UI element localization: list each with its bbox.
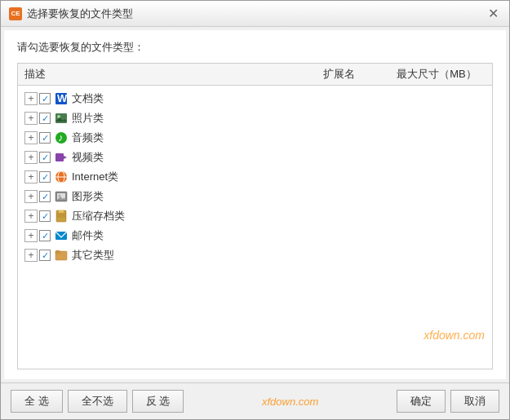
expand-doc[interactable]: + (24, 92, 38, 105)
svg-text:W: W (57, 92, 68, 104)
label-photo: 照片类 (72, 111, 486, 126)
expand-video[interactable]: + (24, 151, 38, 164)
expand-internet[interactable]: + (24, 170, 38, 183)
tree-list: + W 文档类 + 照片类 (18, 86, 492, 268)
label-image: 图形类 (72, 189, 486, 204)
left-buttons: 全 选 全不选 反 选 (11, 390, 184, 413)
expand-email[interactable]: + (24, 229, 38, 242)
label-audio: 音频类 (72, 130, 486, 145)
checkbox-archive[interactable] (39, 210, 51, 222)
file-type-table: 描述 扩展名 最大尺寸（MB） + W 文档类 + (17, 63, 493, 369)
watermark-bottom: xfdown.com (262, 396, 318, 408)
invert-button[interactable]: 反 选 (132, 390, 184, 413)
checkbox-doc[interactable] (39, 93, 51, 104)
svg-rect-7 (55, 153, 64, 161)
list-item[interactable]: + 照片类 (18, 108, 492, 128)
header-extension: 扩展名 (290, 67, 388, 82)
other-icon (54, 248, 69, 263)
list-item[interactable]: + 其它类型 (18, 245, 492, 265)
list-item[interactable]: + 图形类 (18, 187, 492, 206)
svg-marker-8 (64, 156, 67, 159)
list-item[interactable]: + 压缩存档类 (18, 206, 492, 226)
title-bar: CE 选择要恢复的文件类型 ✕ (1, 1, 509, 27)
svg-text:♪: ♪ (58, 131, 64, 144)
photo-icon (54, 111, 69, 126)
list-item[interactable]: + Internet类 (18, 167, 492, 187)
list-item[interactable]: + 视频类 (18, 148, 492, 167)
svg-rect-24 (55, 250, 60, 253)
dialog-body: 请勾选要恢复的文件类型： 描述 扩展名 最大尺寸（MB） + W 文档类 (4, 30, 506, 379)
expand-image[interactable]: + (24, 190, 38, 203)
expand-audio[interactable]: + (24, 131, 38, 144)
list-item[interactable]: + ♪ 音频类 (18, 128, 492, 148)
video-icon (54, 150, 69, 165)
bottom-bar: 全 选 全不选 反 选 xfdown.com 确定 取消 (1, 382, 509, 419)
svg-rect-17 (59, 210, 64, 213)
cancel-button[interactable]: 取消 (450, 390, 499, 413)
dialog-title: 选择要恢复的文件类型 (27, 7, 133, 21)
image-icon (54, 189, 69, 204)
table-header: 描述 扩展名 最大尺寸（MB） (18, 64, 492, 86)
select-none-button[interactable]: 全不选 (68, 390, 127, 413)
label-video: 视频类 (72, 150, 486, 165)
list-item[interactable]: + W 文档类 (18, 89, 492, 108)
title-bar-left: CE 选择要恢复的文件类型 (9, 7, 133, 21)
list-item[interactable]: + 邮件类 (18, 226, 492, 245)
svg-rect-2 (55, 113, 67, 123)
label-email: 邮件类 (72, 228, 486, 243)
close-button[interactable]: ✕ (485, 6, 501, 22)
instruction-text: 请勾选要恢复的文件类型： (17, 40, 493, 55)
checkbox-internet[interactable] (39, 171, 51, 183)
expand-other[interactable]: + (24, 249, 38, 262)
label-other: 其它类型 (72, 248, 486, 263)
confirm-button[interactable]: 确定 (397, 390, 446, 413)
audio-icon: ♪ (54, 130, 69, 145)
header-description: 描述 (24, 67, 290, 82)
email-icon (54, 228, 69, 243)
app-icon: CE (9, 7, 22, 20)
internet-icon (54, 170, 69, 184)
expand-photo[interactable]: + (24, 112, 38, 125)
dialog: CE 选择要恢复的文件类型 ✕ 请勾选要恢复的文件类型： 描述 扩展名 最大尺寸… (0, 0, 510, 420)
expand-archive[interactable]: + (24, 210, 38, 223)
checkbox-image[interactable] (39, 191, 51, 202)
archive-icon (54, 209, 69, 223)
header-max-size: 最大尺寸（MB） (388, 67, 486, 82)
word-icon: W (54, 91, 69, 106)
label-archive: 压缩存档类 (72, 209, 486, 223)
svg-point-3 (57, 115, 60, 118)
checkbox-other[interactable] (39, 250, 51, 261)
label-doc: 文档类 (72, 91, 486, 106)
label-internet: Internet类 (72, 170, 486, 184)
checkbox-video[interactable] (39, 152, 51, 163)
checkbox-email[interactable] (39, 230, 51, 241)
select-all-button[interactable]: 全 选 (11, 390, 63, 413)
checkbox-photo[interactable] (39, 113, 51, 124)
checkbox-audio[interactable] (39, 132, 51, 144)
right-buttons: 确定 取消 (397, 390, 499, 413)
